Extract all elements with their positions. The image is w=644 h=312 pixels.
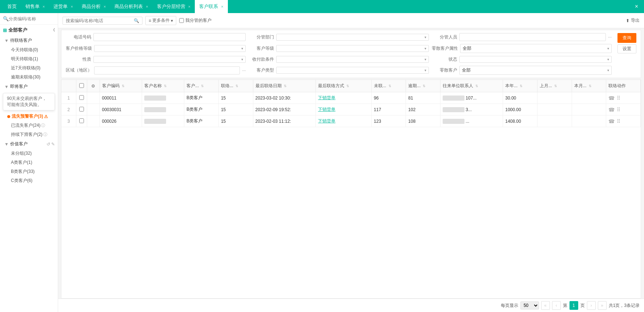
sidebar-group-atrisk[interactable]: ▼ 即将客户 [0,82,58,92]
filter-input-phone[interactable] [93,33,246,41]
sidebar-item-overdue[interactable]: 逾期未联络(30) [0,73,58,82]
first-page-btn[interactable]: « [541,301,550,310]
th-this-year-sort[interactable]: ⇅ [520,84,523,88]
th-last-month-sort[interactable]: ⇅ [554,84,557,88]
filter-select-customer-type[interactable]: ▾ [276,67,428,74]
export-btn[interactable]: ⬆ 导出 [626,17,640,24]
sidebar-item-churn-warning[interactable]: 流失预警客户(3) ⚠ [0,112,58,121]
close-all-button[interactable]: × [632,3,641,10]
row3-more-icon[interactable]: ⠿ [617,118,620,124]
next-page-btn[interactable]: › [587,301,596,310]
row1-contact-icon[interactable]: ☎ [608,95,615,101]
nav-customer-link-close[interactable]: × [221,0,223,13]
th-last-contact-method-sort[interactable]: ⇅ [346,84,349,88]
filter-select-customer-level[interactable]: ▾ [276,45,428,52]
th-contact-label: 联络... [221,83,233,89]
filter-icon: ≡ [149,18,151,23]
all-customers-header[interactable]: ⊞ 全部客户 《 [0,25,58,36]
nav-sales[interactable]: 销售单 × [21,0,49,13]
filter-form: 电话号码 分管部门 ▾ 分管人员 [61,30,641,78]
sidebar-group-value[interactable]: ▼ 价值客户 ↺ ✎ [0,139,58,149]
row3-contact: 15 [218,116,253,127]
th-contact-sort[interactable]: ⇅ [236,84,238,88]
sidebar-item-already-churn[interactable]: 已流失客户(24) ⓘ [0,121,58,130]
th-customer-code-sort[interactable]: ⇅ [122,84,125,88]
sidebar-item-declining[interactable]: 持续下滑客户(2) ⓘ [0,130,58,139]
search-button-icon[interactable]: 🔍 [134,18,139,23]
edit-icon[interactable]: ✎ [51,142,55,147]
nav-product-analysis-close[interactable]: × [104,0,106,13]
th-last-contact-date-sort[interactable]: ⇅ [284,84,287,88]
row1-more-icon[interactable]: ⠿ [617,95,620,101]
prev-page-btn[interactable]: ‹ [552,301,561,310]
sidebar-item-today[interactable]: 今天待联络(0) [0,45,58,54]
row3-name [142,116,184,127]
search-input[interactable] [66,18,134,23]
filter-select-price-level[interactable]: ▾ [94,45,246,52]
sidebar-item-unclassified[interactable]: 未分组(32) [0,149,58,158]
sidebar-item-class-a[interactable]: A类客户(1) [0,158,58,167]
filter-select-retail-customer-value: 全部 [462,67,471,73]
my-customers-checkbox-label[interactable]: 我分管的客户 [179,17,212,24]
nav-home[interactable]: 首页 [3,0,21,13]
row1-last-contact-method-link[interactable]: 下销货单 [318,95,335,100]
filter-more-person[interactable]: ··· [608,35,612,40]
th-overdue-sort[interactable]: ⇅ [423,84,426,88]
nav-customer-link[interactable]: 客户联系 × [195,0,228,13]
nav-product-analysis-list-close[interactable]: × [146,0,148,13]
row3-type: B类客户 [184,116,219,127]
nav-sales-close[interactable]: × [43,0,45,13]
nav-customer-segment[interactable]: 客户分层经营 × [153,0,195,13]
nav-customer-segment-close[interactable]: × [188,0,190,13]
row2-checkbox [76,104,87,116]
sidebar-item-class-c[interactable]: C类客户(6) [0,176,58,185]
last-page-btn[interactable]: » [598,301,607,310]
row2-checkbox-input[interactable] [79,107,84,112]
search-bar: 🔍 ≡ 更多条件 ▾ 我分管的客户 ⬆ 导出 [58,13,644,28]
sidebar-item-tomorrow[interactable]: 明天待联络(1) [0,54,58,64]
th-uncontacted-sort[interactable]: ⇅ [389,84,391,88]
filter-select-payment[interactable]: ▾ [276,56,428,63]
nav-product-analysis[interactable]: 商品分析 × [77,0,110,13]
row3-last-contact-method-link[interactable]: 下销货单 [318,118,335,123]
sidebar-search-input[interactable] [9,16,58,21]
row2-last-contact-method-link[interactable]: 下销货单 [318,107,335,112]
declining-info: ⓘ [43,132,47,137]
all-customers-label: 全部客户 [8,27,27,33]
th-uncontacted: 未联... ⇅ [371,80,406,92]
row3-checkbox-input[interactable] [79,118,84,123]
query-button[interactable]: 查询 [617,33,636,43]
my-customers-checkbox[interactable] [179,18,184,23]
filter-select-retail-attr[interactable]: 全部 ▾ [460,44,612,53]
filter-field-dept: 分管部门 ▾ [249,34,428,41]
select-all-checkbox[interactable] [79,83,84,88]
filter-more-region[interactable]: ··· [242,68,246,73]
nav-purchase-close[interactable]: × [71,0,73,13]
filter-input-region[interactable] [94,66,240,74]
row3-contact-icon[interactable]: ☎ [608,118,615,124]
th-last-month-label: 上月... [540,83,552,89]
filter-select-nature[interactable]: ▾ [93,56,246,63]
filter-input-person[interactable] [459,33,606,41]
row2-more-icon[interactable]: ⠿ [617,107,620,113]
refresh-icon[interactable]: ↺ [47,142,50,147]
row2-contact-icon[interactable]: ☎ [608,107,615,113]
row1-checkbox-input[interactable] [79,95,84,100]
sidebar-group-pending[interactable]: ▼ 待联络客户 [0,36,58,45]
filter-select-dept[interactable]: ▾ [276,34,428,41]
th-this-month-sort[interactable]: ⇅ [589,84,592,88]
top-nav: 首页 销售单 × 进货单 × 商品分析 × 商品分析列表 × 客户分层经营 × … [0,0,644,13]
per-page-select[interactable]: 50 100 [520,301,539,309]
th-contact-person-sort[interactable]: ⇅ [475,84,478,88]
nav-product-analysis-list[interactable]: 商品分析列表 × [110,0,152,13]
th-customer-type-sort[interactable]: ⇅ [201,84,204,88]
filter-select-status[interactable]: ▾ [459,56,612,63]
th-customer-name-sort[interactable]: ⇅ [164,84,167,88]
nav-purchase[interactable]: 进货单 × [49,0,77,13]
th-settings[interactable]: ⚙ [87,80,100,92]
more-conditions-btn[interactable]: ≡ 更多条件 ▾ [145,16,176,25]
sidebar-item-week[interactable]: 近7天待联络(0) [0,64,58,73]
sidebar-item-class-b[interactable]: B类客户(33) [0,167,58,176]
filter-select-retail-customer[interactable]: 全部 ▾ [459,66,612,75]
settings-button[interactable]: 设置 [617,44,636,53]
